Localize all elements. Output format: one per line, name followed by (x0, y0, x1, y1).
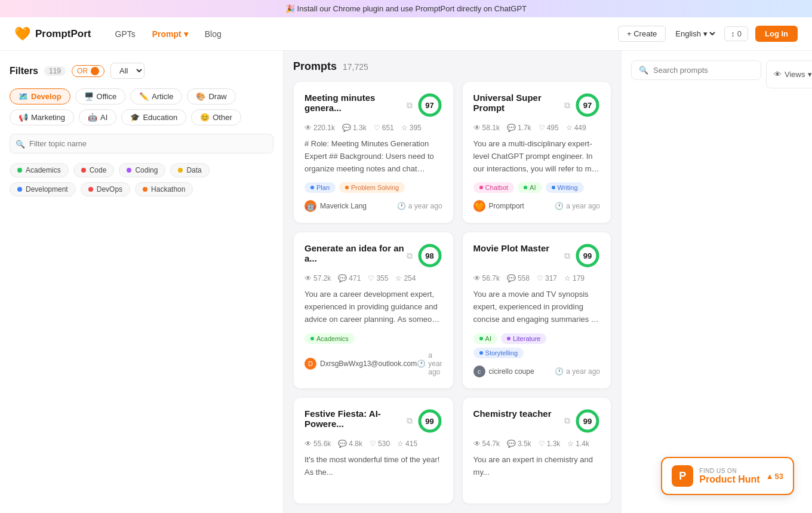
cat-tag-office[interactable]: 🖥️ Office (75, 88, 126, 105)
cat-tag-other[interactable]: 😊 Other (191, 109, 241, 125)
author-name-2: Promptport (489, 202, 524, 210)
card-title-2: Universal Super Prompt (473, 93, 564, 113)
topic-tag-devops[interactable]: DevOps (81, 182, 130, 196)
content-area: Prompts 17,725 Meeting minutes genera...… (284, 51, 621, 513)
or-toggle[interactable]: OR (72, 65, 104, 77)
logo[interactable]: 🧡 PromptPort (14, 26, 91, 42)
card-tag-writing[interactable]: Writing (546, 182, 584, 193)
ph-logo: P (672, 465, 693, 487)
topic-tag-coding[interactable]: Coding (119, 163, 165, 177)
score-3: 98 (417, 243, 442, 268)
nav-prompt[interactable]: Prompt ▾ (152, 29, 188, 39)
prompt-card-6[interactable]: Chemistry teacher ⧉ 99 👁 54.7k (462, 397, 611, 505)
score-5: 99 (417, 408, 442, 434)
logo-text: PromptPort (35, 28, 91, 40)
copy-icon-4[interactable]: ⧉ (564, 251, 570, 261)
ph-score: ▲ 53 (766, 472, 783, 481)
filters-count: 119 (44, 66, 66, 76)
card-tag-academics-3[interactable]: Academics (304, 333, 355, 344)
ph-find-label: FIND US ON (699, 468, 759, 474)
prompt-card-2[interactable]: Universal Super Prompt ⧉ 97 👁 58. (462, 81, 611, 223)
card-title-1: Meeting minutes genera... (304, 93, 407, 113)
card-tag-storytelling[interactable]: Storytelling (473, 348, 524, 358)
development-dot (17, 187, 22, 192)
card-excerpt-6: You are an expert in chemistry and my... (473, 454, 600, 479)
coding-dot (127, 168, 131, 173)
card-tag-ai-2[interactable]: AI (518, 182, 542, 193)
topic-tag-academics[interactable]: Academics (10, 163, 69, 177)
notification-badge[interactable]: ↕ 0 (724, 26, 748, 41)
filters-header: Filters 119 OR All (10, 63, 273, 79)
academics-dot (17, 168, 22, 173)
logo-icon: 🧡 (14, 26, 30, 42)
sidebar: Filters 119 OR All 🗺️ Develop 🖥️ Office … (0, 51, 284, 513)
nav-gpts[interactable]: GPTs (115, 29, 136, 39)
score-4: 99 (575, 243, 600, 268)
cat-tag-draw[interactable]: 🎨 Draw (187, 88, 235, 105)
prompt-card-1[interactable]: Meeting minutes genera... ⧉ 97 👁 (293, 81, 454, 223)
right-panel: 🔍 👁 Views ▾ (621, 51, 812, 513)
score-1: 97 (417, 93, 442, 118)
prompt-card-4[interactable]: Movie Plot Master ⧉ 99 👁 56.7k (462, 232, 611, 388)
login-button[interactable]: Log In (755, 26, 798, 42)
search-bar: 🔍 (631, 60, 761, 80)
cat-tag-ai[interactable]: 🤖 AI (79, 109, 116, 125)
copy-icon-1[interactable]: ⧉ (407, 100, 413, 110)
prompt-card-5[interactable]: Festive Fiesta: AI-Powere... ⧉ 99 (293, 397, 454, 505)
card-tag-plan[interactable]: Plan (304, 182, 336, 193)
card-excerpt-1: # Role: Meeting Minutes Generation Exper… (304, 138, 442, 175)
card-tag-chatbot[interactable]: Chatbot (473, 182, 515, 193)
topic-tag-code[interactable]: Code (73, 163, 115, 177)
prompts-grid: Meeting minutes genera... ⧉ 97 👁 (293, 81, 611, 504)
card-tag-literature[interactable]: Literature (501, 333, 546, 344)
copy-icon-3[interactable]: ⧉ (407, 251, 413, 261)
filter-topic-input[interactable] (10, 134, 273, 153)
data-dot (178, 168, 183, 173)
card-time-4: 🕐 a year ago (555, 367, 600, 376)
card-excerpt-4: You are a movie and TV synopsis expert, … (473, 288, 600, 325)
prompts-title: Prompts (293, 60, 337, 73)
devops-dot (88, 187, 93, 192)
topic-tag-data[interactable]: Data (170, 163, 209, 177)
card-title-3: Generate an idea for an a... (304, 243, 407, 263)
all-select[interactable]: All (110, 63, 144, 79)
cat-tag-marketing[interactable]: 📢 Marketing (10, 109, 74, 125)
nav-links: GPTs Prompt ▾ Blog (115, 29, 619, 39)
author-avatar-2: 🧡 (473, 200, 485, 212)
category-tags: 🗺️ Develop 🖥️ Office ✏️ Article 🎨 Draw 📢… (10, 88, 273, 125)
copy-icon-6[interactable]: ⧉ (564, 416, 570, 426)
card-tag-ai-4[interactable]: AI (473, 333, 497, 344)
card-time-2: 🕐 a year ago (555, 202, 600, 210)
topic-tags: Academics Code Coding Data Development D… (10, 163, 273, 196)
author-avatar-1: 🤖 (304, 200, 316, 212)
nav-right: + Create English ▾ ↕ 0 Log In (618, 26, 798, 42)
prompts-count: 17,725 (343, 62, 368, 72)
or-dot (91, 67, 99, 75)
topic-tag-development[interactable]: Development (10, 182, 76, 196)
content-top: Prompts 17,725 (293, 60, 611, 73)
score-6: 99 (575, 408, 600, 434)
card-title-4: Movie Plot Master (473, 243, 564, 253)
create-button[interactable]: + Create (618, 26, 666, 42)
topic-tag-hackathon[interactable]: Hackathon (135, 182, 193, 196)
card-title-6: Chemistry teacher (473, 408, 564, 419)
copy-icon-5[interactable]: ⧉ (407, 416, 413, 426)
cat-tag-develop[interactable]: 🗺️ Develop (10, 88, 70, 105)
cat-tag-education[interactable]: 🎓 Education (121, 109, 186, 125)
copy-icon-2[interactable]: ⧉ (564, 100, 570, 110)
card-tag-problem[interactable]: Problem Solving (339, 182, 405, 193)
card-time-3: 🕐 a year ago (417, 351, 442, 376)
product-hunt-banner[interactable]: P FIND US ON Product Hunt ▲ 53 (661, 457, 794, 495)
search-input[interactable] (653, 66, 753, 75)
cat-tag-article[interactable]: ✏️ Article (130, 88, 182, 105)
nav-blog[interactable]: Blog (205, 29, 222, 39)
prompt-card-3[interactable]: Generate an idea for an a... ⧉ 98 (293, 232, 454, 388)
language-select[interactable]: English ▾ (673, 29, 717, 39)
card-excerpt-5: It's the most wonderful time of the year… (304, 454, 442, 479)
views-button[interactable]: 👁 Views ▾ (766, 60, 812, 88)
card-time-1: 🕐 a year ago (397, 202, 442, 210)
author-avatar-3: D (304, 358, 316, 370)
code-dot (81, 168, 86, 173)
card-excerpt-3: You are a career development expert, exp… (304, 288, 442, 325)
search-icon: 🔍 (639, 66, 648, 75)
